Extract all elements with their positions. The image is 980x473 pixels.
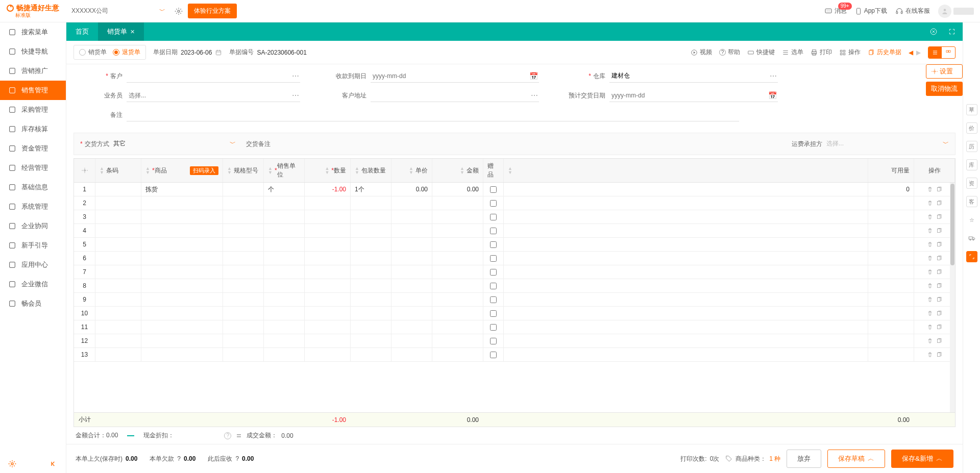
table-row[interactable]: 2 bbox=[74, 196, 955, 210]
sidebar-item-10[interactable]: 企业协同 bbox=[0, 216, 66, 236]
th-qty[interactable]: ▲▼*数量 bbox=[305, 159, 351, 182]
online-service-link[interactable]: 在线客服 bbox=[895, 7, 930, 15]
sidebar-item-9[interactable]: 系统管理 bbox=[0, 197, 66, 216]
rail-item-0[interactable]: 草 bbox=[966, 104, 977, 115]
delete-row-icon[interactable] bbox=[927, 310, 933, 316]
delete-row-icon[interactable] bbox=[927, 283, 933, 289]
video-link[interactable]: 视频 bbox=[691, 48, 712, 57]
warehouse-input[interactable] bbox=[609, 69, 778, 83]
discard-button[interactable]: 放弃 bbox=[787, 450, 821, 468]
copy-row-icon[interactable] bbox=[936, 338, 942, 344]
sidebar-item-4[interactable]: 采购管理 bbox=[0, 100, 66, 119]
table-row[interactable]: 7 bbox=[74, 265, 955, 279]
freight-select[interactable]: 选择...﹀ bbox=[826, 138, 949, 150]
th-unit[interactable]: ▲▼*销售单位 bbox=[264, 159, 305, 182]
delivery-note-input[interactable] bbox=[275, 137, 560, 151]
cancel-logistics-button[interactable]: 取消物流 bbox=[926, 82, 963, 96]
sidebar-item-11[interactable]: 新手引导 bbox=[0, 236, 66, 255]
rail-item-4[interactable]: 资 bbox=[966, 178, 977, 189]
history-link[interactable]: 历史单据 bbox=[868, 48, 901, 57]
radio-sale[interactable]: 销货单 bbox=[79, 48, 107, 57]
delivery-method-select[interactable]: 其它﹀ bbox=[113, 138, 236, 150]
gift-checkbox[interactable] bbox=[490, 186, 497, 193]
th-barcode[interactable]: ▲▼条码 bbox=[95, 159, 141, 182]
gift-checkbox[interactable] bbox=[490, 200, 497, 207]
due-date-input[interactable] bbox=[371, 69, 539, 83]
company-select[interactable]: XXXXXX公司 ﹀ bbox=[67, 4, 169, 18]
sidebar-item-0[interactable]: 搜索菜单 bbox=[0, 22, 66, 42]
delete-row-icon[interactable] bbox=[927, 186, 933, 192]
rail-truck-icon[interactable] bbox=[966, 233, 977, 244]
scan-input-tag[interactable]: 扫码录入 bbox=[190, 166, 218, 175]
rail-star-icon[interactable]: ☆ bbox=[966, 214, 977, 226]
copy-row-icon[interactable] bbox=[936, 310, 942, 316]
sidebar-item-13[interactable]: 企业微信 bbox=[0, 275, 66, 294]
delete-row-icon[interactable] bbox=[927, 338, 933, 344]
copy-row-icon[interactable] bbox=[936, 186, 942, 192]
copy-row-icon[interactable] bbox=[936, 255, 942, 261]
th-settings[interactable] bbox=[74, 159, 95, 182]
copy-row-icon[interactable] bbox=[936, 214, 942, 220]
settings-icon[interactable] bbox=[175, 7, 183, 15]
save-new-button[interactable]: 保存&新增︿ bbox=[891, 450, 953, 468]
view-card-icon[interactable] bbox=[942, 47, 955, 58]
address-input[interactable] bbox=[371, 89, 539, 102]
copy-row-icon[interactable] bbox=[936, 352, 942, 358]
more-icon[interactable]: ⋯ bbox=[292, 91, 299, 99]
sidebar-item-6[interactable]: 资金管理 bbox=[0, 139, 66, 158]
discount-label[interactable]: 现金折扣： bbox=[143, 431, 174, 440]
eta-input[interactable] bbox=[609, 89, 778, 102]
table-row[interactable]: 1拣货个-1.001个0.000.000 bbox=[74, 183, 955, 196]
prev-doc-icon[interactable]: ◀ bbox=[909, 49, 913, 56]
th-pack[interactable]: ▲▼包装数量 bbox=[351, 159, 391, 182]
th-product[interactable]: ▲▼*商品扫码录入 bbox=[141, 159, 223, 182]
remark-input[interactable] bbox=[127, 108, 739, 121]
delete-row-icon[interactable] bbox=[927, 241, 933, 247]
gift-checkbox[interactable] bbox=[490, 269, 497, 276]
table-row[interactable]: 3 bbox=[74, 210, 955, 224]
help-icon[interactable]: ? bbox=[224, 432, 231, 439]
copy-row-icon[interactable] bbox=[936, 269, 942, 275]
calendar-icon[interactable]: 📅 bbox=[529, 72, 538, 80]
sidebar-item-3[interactable]: 销售管理 bbox=[0, 81, 66, 100]
table-row[interactable]: 9 bbox=[74, 293, 955, 307]
table-row[interactable]: 8 bbox=[74, 279, 955, 293]
sidebar-item-5[interactable]: 库存核算 bbox=[0, 119, 66, 139]
delete-row-icon[interactable] bbox=[927, 352, 933, 358]
th-spec[interactable]: ▲▼规格型号 bbox=[223, 159, 264, 182]
copy-row-icon[interactable] bbox=[936, 200, 942, 206]
th-amount[interactable]: ▲▼金额 bbox=[432, 159, 483, 182]
tab-sales-order[interactable]: 销货单✕ bbox=[98, 22, 144, 41]
rail-item-1[interactable]: 价 bbox=[966, 122, 977, 134]
shortcut-link[interactable]: 快捷键 bbox=[747, 48, 775, 57]
app-download-link[interactable]: App下载 bbox=[855, 7, 887, 15]
rail-item-2[interactable]: 历 bbox=[966, 141, 977, 152]
fullscreen-icon[interactable] bbox=[945, 25, 959, 38]
gift-checkbox[interactable] bbox=[490, 241, 497, 248]
adjust-icon[interactable] bbox=[235, 433, 242, 439]
sidebar-item-14[interactable]: 畅会员 bbox=[0, 294, 66, 313]
rail-expand-icon[interactable] bbox=[966, 251, 977, 262]
delete-row-icon[interactable] bbox=[927, 296, 933, 303]
table-row[interactable]: 13 bbox=[74, 348, 955, 362]
table-row[interactable]: 6 bbox=[74, 252, 955, 265]
more-icon[interactable]: ⋯ bbox=[531, 91, 538, 99]
gift-checkbox[interactable] bbox=[490, 228, 497, 234]
customer-input[interactable] bbox=[127, 69, 300, 83]
messages-link[interactable]: 消息 99+ bbox=[824, 7, 847, 15]
delete-row-icon[interactable] bbox=[927, 269, 933, 275]
sidebar-settings-icon[interactable] bbox=[8, 460, 16, 468]
sidebar-item-8[interactable]: 基础信息 bbox=[0, 178, 66, 197]
copy-row-icon[interactable] bbox=[936, 324, 942, 330]
next-doc-icon[interactable]: ▶ bbox=[916, 49, 921, 56]
copy-row-icon[interactable] bbox=[936, 296, 942, 303]
rail-item-5[interactable]: 客 bbox=[966, 196, 977, 207]
close-icon[interactable]: ✕ bbox=[130, 29, 135, 35]
settings-button[interactable]: 设置 bbox=[926, 64, 963, 79]
sidebar-item-7[interactable]: 经营管理 bbox=[0, 158, 66, 178]
gift-checkbox[interactable] bbox=[490, 338, 497, 344]
gift-checkbox[interactable] bbox=[490, 214, 497, 220]
delete-row-icon[interactable] bbox=[927, 255, 933, 261]
view-list-icon[interactable] bbox=[928, 47, 942, 58]
operate-link[interactable]: 操作 bbox=[839, 48, 861, 57]
